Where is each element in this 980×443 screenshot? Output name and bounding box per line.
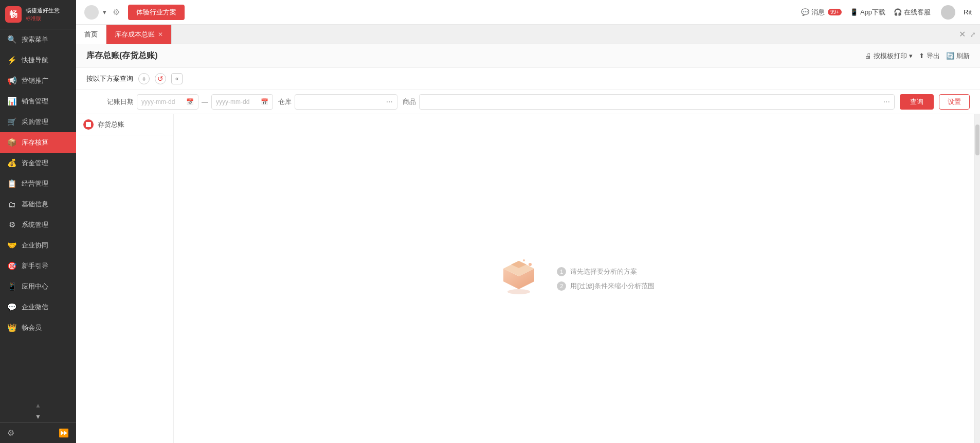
tabbar: 首页 库存成本总账 ✕ ✕ ⤢ xyxy=(76,25,980,44)
print-icon: 🖨 xyxy=(865,52,872,60)
sidebar-item-inventory[interactable]: 📦 库存核算 xyxy=(0,132,76,153)
empty-step-2: 2 用[过滤]条件来缩小分析范围 xyxy=(557,281,654,291)
basic-icon: 🗂 xyxy=(7,200,16,209)
sidebar-item-purchase[interactable]: 🛒 采购管理 xyxy=(0,112,76,132)
page-header-actions: 🖨 按模板打印 ▾ ⬆ 导出 🔄 刷新 xyxy=(865,51,970,61)
online-support-button[interactable]: 🎧 在线客服 xyxy=(894,8,931,17)
left-panel: 存货总账 xyxy=(76,114,174,443)
refresh-button[interactable]: 🔄 刷新 xyxy=(946,51,970,61)
panel-expand-icon[interactable]: ⤢ xyxy=(970,30,976,39)
system-icon: ⚙ xyxy=(7,220,16,229)
tab-inventory-cost[interactable]: 库存成本总账 ✕ xyxy=(106,25,172,44)
app-download-icon: 📱 xyxy=(850,8,858,16)
topbar-dropdown[interactable]: ▾ xyxy=(103,8,106,16)
export-button[interactable]: ⬆ 导出 xyxy=(919,51,940,61)
date-separator: — xyxy=(202,98,208,106)
empty-box-svg xyxy=(493,253,545,305)
sidebar-item-newbie[interactable]: 🎯 新手引导 xyxy=(0,256,76,276)
calendar-start-icon[interactable]: 📅 xyxy=(186,98,194,105)
sidebar-item-sales[interactable]: 📊 销售管理 xyxy=(0,91,76,112)
date-filter-field: 记账日期 yyyy-mm-dd 📅 — yyyy-mm-dd 📅 xyxy=(107,94,273,110)
user-avatar[interactable] xyxy=(941,5,955,20)
warehouse-select[interactable]: ··· xyxy=(295,94,397,110)
export-icon: ⬆ xyxy=(919,52,924,60)
tab-home[interactable]: 首页 xyxy=(76,25,106,44)
sidebar-scroll-down[interactable]: ▼ xyxy=(35,413,41,420)
right-scrollbar[interactable] xyxy=(974,114,980,443)
sidebar-item-wechat[interactable]: 💬 企业微信 xyxy=(0,297,76,317)
product-select[interactable]: ··· xyxy=(419,94,895,110)
topbar-right: 💬 消息 99+ 📱 App下载 🎧 在线客服 Rit xyxy=(801,5,972,20)
data-area: 1 请先选择要分析的方案 2 用[过滤]条件来缩小分析范围 xyxy=(174,114,974,443)
sidebar-item-appcenter[interactable]: 📱 应用中心 xyxy=(0,276,76,297)
sidebar-item-operations[interactable]: 📋 经营管理 xyxy=(0,173,76,194)
search-icon: 🔍 xyxy=(7,35,16,44)
empty-state: 1 请先选择要分析的方案 2 用[过滤]条件来缩小分析范围 xyxy=(493,253,654,305)
purchase-icon: 🛒 xyxy=(7,117,16,127)
trial-button[interactable]: 体验行业方案 xyxy=(128,5,185,20)
app-logo-icon: 畅 xyxy=(5,6,22,23)
calendar-end-icon[interactable]: 📅 xyxy=(261,98,268,105)
scroll-thumb[interactable] xyxy=(975,125,979,155)
page-content: 库存总账(存货总账) 🖨 按模板打印 ▾ ⬆ 导出 🔄 刷新 按以下方案查询 xyxy=(76,44,980,443)
sidebar-item-quick-nav[interactable]: ⚡ 快捷导航 xyxy=(0,50,76,70)
date-start-input[interactable]: yyyy-mm-dd 📅 xyxy=(137,94,198,110)
empty-illustration xyxy=(493,253,545,305)
topbar-left: ▾ ⚙ 体验行业方案 xyxy=(84,5,801,20)
headset-icon: 🎧 xyxy=(894,8,902,16)
topbar: ▾ ⚙ 体验行业方案 💬 消息 99+ 📱 App下载 🎧 在线客服 Rit xyxy=(76,0,980,25)
warehouse-more-icon[interactable]: ··· xyxy=(386,97,393,107)
print-button[interactable]: 🖨 按模板打印 ▾ xyxy=(865,51,913,61)
left-panel-item-inventory-ledger[interactable]: 存货总账 xyxy=(76,114,173,135)
filter-reset-button[interactable]: ↺ xyxy=(155,73,166,84)
content-area: 存货总账 xyxy=(76,114,980,443)
empty-text: 1 请先选择要分析的方案 2 用[过滤]条件来缩小分析范围 xyxy=(557,267,654,291)
sidebar-item-marketing[interactable]: 📢 营销推广 xyxy=(0,70,76,91)
messages-button[interactable]: 💬 消息 99+ xyxy=(801,8,842,17)
sidebar-item-search[interactable]: 🔍 搜索菜单 xyxy=(0,29,76,50)
dropdown-chevron-icon: ▾ xyxy=(103,8,106,16)
app-logo-text: 畅捷通好生意 标准版 xyxy=(26,7,60,22)
sidebar-item-finance[interactable]: 💰 资金管理 xyxy=(0,153,76,173)
collapse-footer-icon[interactable]: ⏩ xyxy=(59,428,69,438)
sidebar-scroll-up[interactable]: ▲ xyxy=(35,402,41,409)
date-end-input[interactable]: yyyy-mm-dd 📅 xyxy=(211,94,273,110)
sidebar-item-enterprise[interactable]: 🤝 企业协同 xyxy=(0,235,76,256)
topbar-settings-icon[interactable]: ⚙ xyxy=(113,7,120,17)
svg-point-8 xyxy=(523,259,525,261)
sidebar-item-member[interactable]: 👑 畅会员 xyxy=(0,317,76,338)
member-icon: 👑 xyxy=(7,323,16,332)
product-more-icon[interactable]: ··· xyxy=(883,97,890,107)
main-area: ▾ ⚙ 体验行业方案 💬 消息 99+ 📱 App下载 🎧 在线客服 Rit xyxy=(76,0,980,443)
panel-close-icon[interactable]: ✕ xyxy=(959,29,966,39)
filter-label: 按以下方案查询 xyxy=(86,74,133,83)
app-download-button[interactable]: 📱 App下载 xyxy=(850,8,885,17)
date-filter-label: 记账日期 xyxy=(107,97,134,107)
sidebar: 畅 畅捷通好生意 标准版 🔍 搜索菜单 ⚡ 快捷导航 📢 营销推广 📊 销售管理… xyxy=(0,0,76,443)
sales-icon: 📊 xyxy=(7,97,16,106)
newbie-icon: 🎯 xyxy=(7,261,16,271)
page-title: 库存总账(存货总账) xyxy=(86,50,158,61)
query-button[interactable]: 查询 xyxy=(900,94,934,110)
sidebar-logo: 畅 畅捷通好生意 标准版 xyxy=(0,0,76,29)
step-2-num: 2 xyxy=(557,281,566,291)
finance-icon: 💰 xyxy=(7,158,16,168)
sidebar-item-basic[interactable]: 🗂 基础信息 xyxy=(0,194,76,215)
ledger-icon xyxy=(83,119,94,130)
step-1-num: 1 xyxy=(557,267,566,276)
inventory-icon: 📦 xyxy=(7,138,16,147)
filter-collapse-button[interactable]: « xyxy=(171,73,183,84)
refresh-icon: 🔄 xyxy=(946,52,954,60)
topbar-avatar xyxy=(84,5,99,20)
filter-settings-button[interactable]: 设置 xyxy=(939,94,970,110)
settings-footer-icon[interactable]: ⚙ xyxy=(7,428,14,438)
operations-icon: 📋 xyxy=(7,179,16,188)
tab-close-icon[interactable]: ✕ xyxy=(158,31,163,38)
sidebar-item-system[interactable]: ⚙ 系统管理 xyxy=(0,215,76,235)
svg-point-7 xyxy=(529,263,532,266)
filter-add-button[interactable]: + xyxy=(138,73,150,84)
wechat-icon: 💬 xyxy=(7,303,16,312)
warehouse-filter-label: 仓库 xyxy=(278,97,292,107)
appcenter-icon: 📱 xyxy=(7,282,16,291)
product-filter-field: 商品 ··· xyxy=(403,94,895,110)
